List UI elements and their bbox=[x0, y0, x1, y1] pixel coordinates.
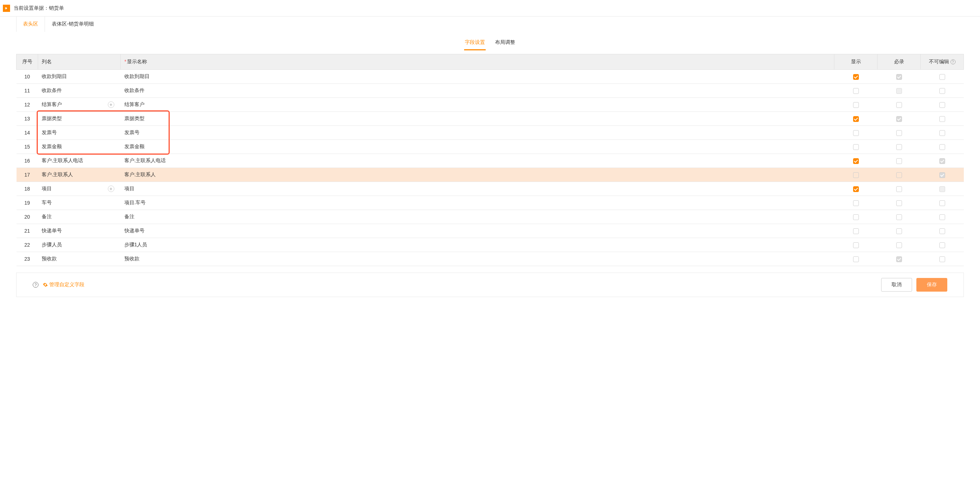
show-checkbox[interactable] bbox=[853, 200, 859, 206]
readonly-checkbox[interactable] bbox=[939, 130, 945, 136]
cell-readonly bbox=[921, 196, 964, 210]
cell-display-name[interactable]: 项目 bbox=[121, 182, 834, 196]
table-row: 11收款条件收款条件 bbox=[16, 84, 964, 98]
cell-readonly bbox=[921, 238, 964, 252]
cell-required bbox=[878, 210, 921, 224]
show-checkbox[interactable] bbox=[853, 130, 859, 136]
tab-1[interactable]: 表体区-销货单明细 bbox=[45, 16, 101, 32]
readonly-checkbox[interactable] bbox=[939, 228, 945, 234]
required-checkbox[interactable] bbox=[896, 200, 902, 206]
sub-tab-1[interactable]: 布局调整 bbox=[494, 36, 516, 50]
cell-name: 快递单号 bbox=[38, 224, 121, 238]
header-seq: 序号 bbox=[16, 54, 38, 70]
cell-display-name[interactable]: 收款条件 bbox=[121, 84, 834, 98]
required-checkbox[interactable] bbox=[896, 186, 902, 192]
cell-seq: 23 bbox=[16, 252, 38, 266]
cell-name: 车号 bbox=[38, 196, 121, 210]
cell-display-name[interactable]: 项目.车号 bbox=[121, 196, 834, 210]
readonly-checkbox[interactable] bbox=[939, 74, 945, 80]
readonly-checkbox[interactable] bbox=[939, 116, 945, 122]
show-checkbox[interactable] bbox=[853, 172, 859, 178]
header-display-name: *显示名称 bbox=[121, 54, 834, 70]
required-checkbox[interactable] bbox=[896, 102, 902, 108]
header-name: 列名 bbox=[38, 54, 121, 70]
gear-icon bbox=[43, 282, 48, 287]
manage-custom-fields-link[interactable]: 管理自定义字段 bbox=[43, 282, 84, 288]
cell-display-name[interactable]: 收款到期日 bbox=[121, 70, 834, 84]
cell-name: 发票金额 bbox=[38, 140, 121, 154]
cell-display-name[interactable]: 发票金额 bbox=[121, 140, 834, 154]
cell-display-name[interactable]: 客户.主联系人 bbox=[121, 168, 834, 182]
readonly-checkbox[interactable] bbox=[939, 88, 945, 94]
show-checkbox[interactable] bbox=[853, 102, 859, 108]
required-checkbox[interactable] bbox=[896, 228, 902, 234]
cell-show bbox=[834, 84, 878, 98]
sub-tab-0[interactable]: 字段设置 bbox=[464, 36, 486, 50]
readonly-checkbox[interactable] bbox=[939, 102, 945, 108]
required-checkbox[interactable] bbox=[896, 130, 902, 136]
cell-display-name[interactable]: 步骤1人员 bbox=[121, 238, 834, 252]
cell-display-name[interactable]: 票据类型 bbox=[121, 112, 834, 126]
cell-required bbox=[878, 196, 921, 210]
cell-required bbox=[878, 70, 921, 84]
cell-show bbox=[834, 224, 878, 238]
expand-panel-button[interactable] bbox=[3, 5, 10, 12]
cancel-button[interactable]: 取消 bbox=[881, 278, 912, 291]
show-checkbox[interactable] bbox=[853, 228, 859, 234]
readonly-checkbox[interactable] bbox=[939, 242, 945, 248]
cell-display-name[interactable]: 备注 bbox=[121, 210, 834, 224]
cell-name: 结算客户+ bbox=[38, 98, 121, 112]
show-checkbox[interactable] bbox=[853, 242, 859, 248]
cell-seq: 21 bbox=[16, 224, 38, 238]
cell-required bbox=[878, 112, 921, 126]
cell-display-name[interactable]: 快递单号 bbox=[121, 224, 834, 238]
show-checkbox[interactable] bbox=[853, 186, 859, 192]
table-container: 序号 列名 *显示名称 显示 必录 不可编辑? 10收款到期日收款到期日11收款… bbox=[0, 50, 980, 266]
cell-name: 票据类型 bbox=[38, 112, 121, 126]
table-row: 23预收款预收款 bbox=[16, 252, 964, 266]
show-checkbox[interactable] bbox=[853, 144, 859, 150]
cell-display-name[interactable]: 结算客户 bbox=[121, 98, 834, 112]
table-row: 17客户.主联系人客户.主联系人 bbox=[16, 168, 964, 182]
tab-0[interactable]: 表头区 bbox=[16, 16, 45, 32]
sub-tabs: 字段设置布局调整 bbox=[0, 32, 980, 50]
readonly-checkbox[interactable] bbox=[939, 144, 945, 150]
footer: ? 管理自定义字段 取消 保存 bbox=[16, 272, 964, 297]
show-checkbox[interactable] bbox=[853, 116, 859, 122]
cell-required bbox=[878, 140, 921, 154]
footer-left: ? 管理自定义字段 bbox=[33, 282, 84, 288]
cell-seq: 11 bbox=[16, 84, 38, 98]
show-checkbox[interactable] bbox=[853, 214, 859, 220]
table-row: 21快递单号快递单号 bbox=[16, 224, 964, 238]
cell-display-name[interactable]: 预收款 bbox=[121, 252, 834, 266]
required-checkbox[interactable] bbox=[896, 172, 902, 178]
readonly-checkbox[interactable] bbox=[939, 256, 945, 262]
readonly-checkbox bbox=[939, 172, 945, 178]
show-checkbox[interactable] bbox=[853, 158, 859, 164]
required-checkbox[interactable] bbox=[896, 144, 902, 150]
save-button[interactable]: 保存 bbox=[916, 278, 947, 291]
add-sub-field-button[interactable]: + bbox=[108, 186, 115, 192]
cell-readonly bbox=[921, 140, 964, 154]
cell-seq: 16 bbox=[16, 154, 38, 168]
cell-seq: 22 bbox=[16, 238, 38, 252]
readonly-checkbox[interactable] bbox=[939, 200, 945, 206]
required-checkbox[interactable] bbox=[896, 158, 902, 164]
cell-required bbox=[878, 84, 921, 98]
show-checkbox[interactable] bbox=[853, 74, 859, 80]
help-icon[interactable]: ? bbox=[951, 59, 956, 64]
header-required: 必录 bbox=[878, 54, 921, 70]
question-icon[interactable]: ? bbox=[33, 282, 38, 288]
show-checkbox[interactable] bbox=[853, 88, 859, 94]
required-checkbox bbox=[896, 116, 902, 122]
readonly-checkbox[interactable] bbox=[939, 214, 945, 220]
cell-display-name[interactable]: 发票号 bbox=[121, 126, 834, 140]
add-sub-field-button[interactable]: + bbox=[108, 101, 115, 108]
cell-readonly bbox=[921, 84, 964, 98]
required-checkbox bbox=[896, 74, 902, 80]
required-checkbox[interactable] bbox=[896, 242, 902, 248]
cell-display-name[interactable]: 客户.主联系人电话 bbox=[121, 154, 834, 168]
cell-name: 客户.主联系人电话 bbox=[38, 154, 121, 168]
required-checkbox[interactable] bbox=[896, 214, 902, 220]
show-checkbox[interactable] bbox=[853, 256, 859, 262]
